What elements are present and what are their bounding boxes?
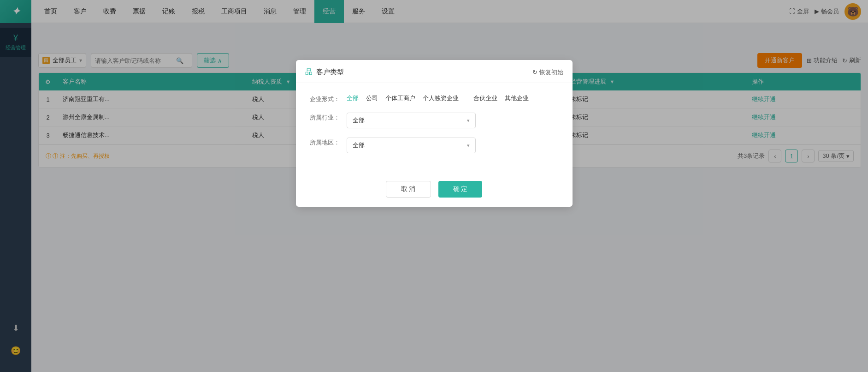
enterprise-option-partnership[interactable]: 合伙企业 xyxy=(473,94,497,102)
enterprise-label: 企业形式： xyxy=(310,94,347,103)
modal-body: 企业形式： 全部 公司 个体工商户 个人独资企业 合伙企业 其他企业 所属行业： xyxy=(296,83,573,174)
enterprise-option-other[interactable]: 其他企业 xyxy=(505,94,529,102)
modal-footer: 取 消 确 定 xyxy=(296,174,573,207)
region-value: 全部 xyxy=(353,141,365,150)
enterprise-radio-group: 全部 公司 个体工商户 个人独资企业 合伙企业 其他企业 xyxy=(347,94,559,102)
industry-form-row: 所属行业： 全部 ▾ xyxy=(310,113,559,128)
reset-icon: ↻ xyxy=(532,69,537,76)
modal-overlay: 品 客户类型 ↻ 恢复初始 企业形式： 全部 公司 个体工商户 个人独资企业 xyxy=(0,0,868,372)
modal-reset-button[interactable]: ↻ 恢复初始 xyxy=(532,68,563,77)
enterprise-option-company[interactable]: 公司 xyxy=(366,94,378,102)
region-arrow-icon: ▾ xyxy=(467,143,470,149)
confirm-button[interactable]: 确 定 xyxy=(438,181,483,198)
industry-select[interactable]: 全部 ▾ xyxy=(347,113,476,128)
filter-modal: 品 客户类型 ↻ 恢复初始 企业形式： 全部 公司 个体工商户 个人独资企业 xyxy=(296,60,573,207)
region-label: 所属地区： xyxy=(310,138,347,147)
industry-arrow-icon: ▾ xyxy=(467,118,470,124)
enterprise-option-all[interactable]: 全部 xyxy=(347,94,359,102)
region-form-row: 所属地区： 全部 ▾ xyxy=(310,138,559,153)
enterprise-form-row: 企业形式： 全部 公司 个体工商户 个人独资企业 合伙企业 其他企业 xyxy=(310,94,559,103)
modal-title: 品 客户类型 xyxy=(305,67,344,77)
region-select[interactable]: 全部 ▾ xyxy=(347,138,476,153)
enterprise-option-individual[interactable]: 个体工商户 xyxy=(385,94,415,102)
modal-title-text: 客户类型 xyxy=(316,68,344,77)
industry-label: 所属行业： xyxy=(310,113,347,122)
enterprise-options: 全部 公司 个体工商户 个人独资企业 合伙企业 其他企业 xyxy=(347,94,559,102)
modal-title-icon: 品 xyxy=(305,67,313,77)
modal-header: 品 客户类型 ↻ 恢复初始 xyxy=(296,60,573,83)
industry-content: 全部 ▾ xyxy=(347,113,559,128)
industry-value: 全部 xyxy=(353,116,365,125)
cancel-button[interactable]: 取 消 xyxy=(386,181,431,198)
region-content: 全部 ▾ xyxy=(347,138,559,153)
enterprise-option-sole[interactable]: 个人独资企业 xyxy=(423,94,459,102)
